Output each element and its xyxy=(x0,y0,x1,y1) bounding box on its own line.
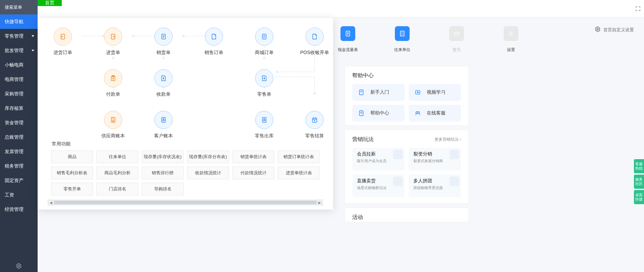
sidebar-item-12[interactable]: 工资 xyxy=(0,188,38,202)
quick-entry-row: 现金流量表往来单位暂无设置 xyxy=(332,26,634,53)
node-retail-outbound[interactable]: 零售出库 xyxy=(239,111,289,139)
common-function-11[interactable]: 进货单统计表 xyxy=(278,167,320,179)
sidebar-item-9[interactable]: 发票管理 xyxy=(0,144,38,159)
document-list-icon xyxy=(160,33,167,40)
common-function-2[interactable]: 现存量(库存状况表) xyxy=(142,150,184,163)
chevron-right-icon: › xyxy=(460,137,461,142)
node-mall-order[interactable]: 商城订单 xyxy=(239,28,289,56)
common-function-14[interactable]: 导购排名 xyxy=(142,183,184,195)
fullscreen-icon[interactable] xyxy=(632,0,644,17)
sidebar-item-label: 资金管理 xyxy=(5,120,24,126)
help-center-title: 帮助中心 xyxy=(352,72,461,79)
sidebar-item-10[interactable]: 税务管理 xyxy=(0,159,38,173)
chevron-down-icon xyxy=(32,35,34,37)
common-function-0[interactable]: 商品 xyxy=(51,150,93,163)
common-function-6[interactable]: 销售毛利分析表 xyxy=(51,167,93,179)
marketing-item-0[interactable]: 会员拉新吸引用户成为会员 xyxy=(352,148,405,171)
common-function-12[interactable]: 零售开单 xyxy=(51,183,93,195)
marketing-item-desc: 场景式购物新玩法 xyxy=(357,185,400,190)
common-function-7[interactable]: 商品毛利分析 xyxy=(96,167,138,179)
help-item-label: 在线客服 xyxy=(427,110,446,116)
sidebar-item-label: 发票管理 xyxy=(5,149,24,155)
user-document-icon xyxy=(160,116,167,124)
sidebar-item-label: 批发管理 xyxy=(5,48,24,54)
node-retail-receipt[interactable]: 零售单 xyxy=(239,69,289,97)
help-icon xyxy=(356,108,366,118)
quick-entry-label: 设置 xyxy=(496,47,526,53)
sidebar-item-1[interactable]: 零售管理 xyxy=(0,29,38,43)
quick-entry-label: 暂无 xyxy=(441,47,472,53)
sidebar-item-label: 电商管理 xyxy=(5,77,24,83)
marketing-item-2[interactable]: 直播卖货场景式购物新玩法 xyxy=(352,175,405,197)
svg-rect-6 xyxy=(360,90,363,95)
node-sales-receipt[interactable]: 销货单 xyxy=(138,28,189,56)
svg-point-30 xyxy=(264,119,265,120)
node-purchase-order[interactable]: 进货订单 xyxy=(38,28,88,56)
node-pos[interactable]: POS收银开单 xyxy=(289,28,340,56)
common-function-1[interactable]: 往来单位 xyxy=(96,150,138,163)
sidebar-search[interactable]: 搜索菜单 xyxy=(0,0,38,14)
sidebar-item-13[interactable]: 经营管理 xyxy=(0,202,38,217)
node-receipt[interactable]: 收款单 xyxy=(138,69,189,97)
marketing-item-3[interactable]: 多人拼团拼团购物享受优惠 xyxy=(409,175,461,197)
sidebar-item-3[interactable]: 小畅电商 xyxy=(0,58,38,72)
float-button-2[interactable]: 桌面 快捷 xyxy=(634,190,644,204)
scroll-track[interactable] xyxy=(54,200,317,205)
marketing-more-link[interactable]: 更多营销玩法 › xyxy=(434,137,461,142)
sidebar-item-8[interactable]: 总账管理 xyxy=(0,130,38,144)
horizontal-scrollbar[interactable]: ◀ ▶ xyxy=(48,199,323,206)
common-function-13[interactable]: 门店排名 xyxy=(96,183,138,195)
sidebar-item-5[interactable]: 采购管理 xyxy=(0,87,38,101)
sidebar-item-4[interactable]: 电商管理 xyxy=(0,72,38,87)
node-supplier-ledger[interactable]: 供 供应商账本 xyxy=(88,111,138,139)
topbar: 首页 xyxy=(38,0,644,17)
sidebar-item-label: 库存核算 xyxy=(5,105,24,111)
help-item-1[interactable]: 视频学习 xyxy=(409,84,461,101)
decoration-icon xyxy=(393,177,403,186)
marketing-item-1[interactable]: 裂变分销裂变式发展分销商 xyxy=(409,148,461,171)
common-function-5[interactable]: 销货订单统计表 xyxy=(278,150,320,163)
float-button-1[interactable]: 服务 社区 xyxy=(634,175,644,189)
marketing-item-desc: 裂变式发展分销商 xyxy=(413,158,456,164)
help-icon xyxy=(413,87,423,97)
marketing-card: 营销玩法 更多营销玩法 › 会员拉新吸引用户成为会员裂变分销裂变式发展分销商直播… xyxy=(344,130,469,203)
document-corner-icon xyxy=(210,33,218,40)
sidebar-item-0[interactable]: 快捷导航 xyxy=(0,14,38,29)
help-item-3[interactable]: 在线客服 xyxy=(409,105,461,122)
float-button-0[interactable]: 客服 热线 xyxy=(634,159,644,173)
sidebar-item-7[interactable]: 资金管理 xyxy=(0,116,38,130)
node-payment[interactable]: 付款单 xyxy=(88,69,138,97)
quick-entry-1[interactable]: 往来单位 xyxy=(387,26,418,53)
sidebar-item-label: 固定资产 xyxy=(5,178,24,184)
tab-0[interactable]: 首页 xyxy=(38,0,62,6)
scroll-right-icon[interactable]: ▶ xyxy=(317,200,323,205)
common-function-4[interactable]: 销货单统计表 xyxy=(232,150,274,163)
calendar-yen-icon xyxy=(311,116,318,124)
sidebar-item-label: 总账管理 xyxy=(5,134,24,140)
quick-entry-3[interactable]: 设置 xyxy=(496,26,526,53)
common-function-10[interactable]: 付款情况统计 xyxy=(232,167,274,179)
marketing-item-desc: 拼团购物享受优惠 xyxy=(413,185,456,190)
common-functions-title: 常用功能 xyxy=(52,141,323,147)
document-arrow-right-icon xyxy=(109,33,117,40)
activity-title: 活动 xyxy=(352,214,461,221)
sidebar-item-6[interactable]: 库存核算 xyxy=(0,101,38,116)
scroll-left-icon[interactable]: ◀ xyxy=(48,200,54,205)
node-purchase-receipt[interactable]: 进货单 xyxy=(88,28,138,56)
quick-entry-label: 往来单位 xyxy=(387,47,418,53)
node-sales-order[interactable]: 销售订单 xyxy=(189,28,239,56)
sidebar-item-2[interactable]: 批发管理 xyxy=(0,43,38,58)
help-item-2[interactable]: 帮助中心 xyxy=(352,105,405,122)
sidebar-item-label: 快捷导航 xyxy=(5,19,24,25)
common-function-9[interactable]: 收款情况统计 xyxy=(187,167,229,179)
common-function-3[interactable]: 现存量(库存分布表) xyxy=(187,150,229,163)
node-retail-settle[interactable]: 零售结算 xyxy=(289,111,340,139)
help-center-card: 帮助中心 新手入门视频学习帮助中心在线客服 xyxy=(344,66,469,126)
help-item-0[interactable]: 新手入门 xyxy=(352,84,405,101)
sidebar-item-11[interactable]: 固定资产 xyxy=(0,173,38,188)
sidebar-settings-footer[interactable] xyxy=(0,260,38,272)
node-customer-ledger[interactable]: 客户账本 xyxy=(138,111,189,139)
quick-entry-2[interactable]: 暂无 xyxy=(441,26,472,53)
gear-icon xyxy=(16,263,22,269)
common-function-8[interactable]: 销售排行榜 xyxy=(142,167,184,179)
